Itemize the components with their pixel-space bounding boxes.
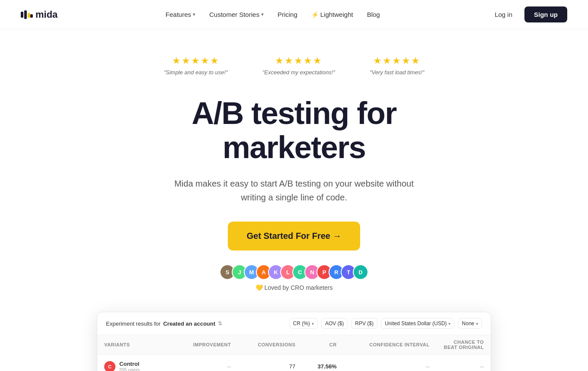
col-improvement: IMPROVEMENT [173,335,238,355]
confidence-cell: -- [344,355,437,371]
logo-text: mida [35,9,58,20]
demo-header-right: CR (%) ▾ AOV ($) RPV ($) United States D… [289,318,482,329]
chevron-down-icon: ▾ [261,12,264,17]
col-chance: CHANCE TO BEAT ORIGINAL [437,335,491,355]
chevron-down-icon: ▾ [448,321,451,326]
variant-badge-control: C [104,361,115,371]
variant-cell: C Control 205 users [97,355,173,371]
variant-name: Control [119,361,140,367]
demo-experiment-name: Created an account [163,320,215,327]
col-conversions: CONVERSIONS [238,335,302,355]
avatar-group: S J M A K L C N P R T D [220,264,368,280]
loved-text: 💛 Loved by CRO marketers [256,284,333,291]
nav-link-pricing[interactable]: Pricing [278,11,297,18]
social-proof: S J M A K L C N P R T D 💛 Loved by CRO m… [10,264,578,291]
svg-rect-3 [30,14,33,18]
demo-header-label: Experiment results for [106,320,160,327]
login-button[interactable]: Log in [488,7,519,22]
page-title: A/B testing for marketers [125,96,463,165]
reviews-row: ★★★★★ "Simple and easy to use!" ★★★★★ "E… [10,55,578,76]
table-row: C Control 205 users -- 77 [97,355,491,371]
logo[interactable]: mida [21,9,58,20]
nav-link-lightweight[interactable]: ⚡ Lightweight [311,11,353,18]
cta-button[interactable]: Get Started For Free → [228,222,361,251]
aov-select[interactable]: AOV ($) [321,318,348,329]
hero-section: ★★★★★ "Simple and easy to use!" ★★★★★ "E… [0,29,588,371]
stars-1: ★★★★★ [172,55,220,67]
cr-select[interactable]: CR (%) ▾ [289,318,318,329]
chevron-down-icon: ▾ [476,321,478,326]
col-variants: VARIANTS [97,335,173,355]
review-item-3: ★★★★★ "Very fast load times!" [370,55,425,76]
demo-container: Experiment results for Created an accoun… [97,312,491,371]
subheadline: Mida makes it easy to start A/B testing … [173,177,415,204]
cr-cell: 37.56% [302,355,343,371]
nav-link-customer-stories[interactable]: Customer Stories ▾ [209,11,264,18]
signup-button[interactable]: Sign up [524,6,567,22]
demo-header: Experiment results for Created an accoun… [97,312,491,335]
improvement-cell: -- [173,355,238,371]
chevron-down-icon: ▾ [312,321,314,326]
navbar: mida Features ▾ Customer Stories ▾ Prici… [0,0,588,29]
review-text-3: "Very fast load times!" [370,69,425,76]
col-confidence: CONFIDENCE INTERVAL [344,335,437,355]
svg-rect-1 [24,10,27,19]
review-item-1: ★★★★★ "Simple and easy to use!" [164,55,228,76]
nav-links: Features ▾ Customer Stories ▾ Pricing ⚡ … [166,11,380,18]
variant-users: 205 users [119,367,140,371]
lightning-icon: ⚡ [311,11,319,18]
review-text-2: "Exceeded my expectations!" [262,69,335,76]
demo-wrapper: Experiment results for Created an accoun… [86,312,502,371]
avatar: D [353,264,368,280]
sort-icon: ⇅ [218,320,222,327]
nav-actions: Log in Sign up [488,6,567,22]
conversions-cell: 77 [238,355,302,371]
col-cr: CR [302,335,343,355]
nav-link-features[interactable]: Features ▾ [166,11,195,18]
logo-icon [21,10,33,19]
chevron-down-icon: ▾ [193,12,195,17]
svg-rect-2 [28,13,30,18]
stars-2: ★★★★★ [275,55,323,67]
currency-select[interactable]: United States Dollar (USD) ▾ [381,318,454,329]
rpv-select[interactable]: RPV ($) [351,318,377,329]
nav-link-blog[interactable]: Blog [367,11,380,18]
stars-3: ★★★★★ [373,55,421,67]
svg-rect-0 [21,12,23,18]
chance-cell: -- [437,355,491,371]
none-select[interactable]: None ▾ [458,318,482,329]
results-table: VARIANTS IMPROVEMENT CONVERSIONS CR CONF… [97,335,491,371]
review-item-2: ★★★★★ "Exceeded my expectations!" [262,55,335,76]
demo-header-left: Experiment results for Created an accoun… [106,320,222,327]
review-text-1: "Simple and easy to use!" [164,69,228,76]
